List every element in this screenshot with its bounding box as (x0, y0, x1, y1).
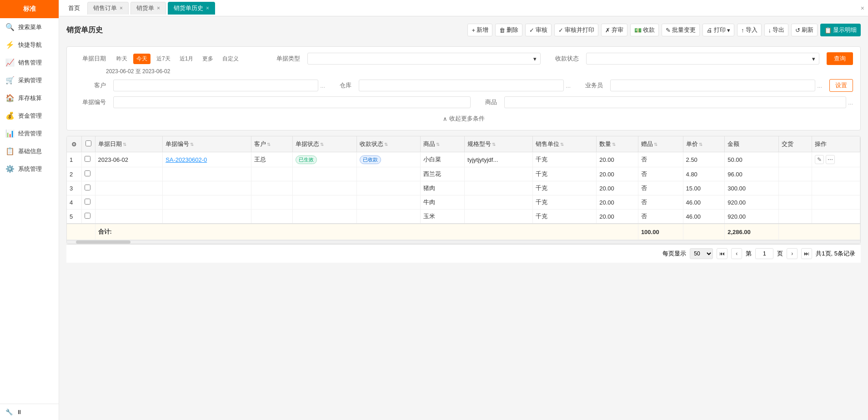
prev-page-btn[interactable]: ‹ (731, 248, 742, 259)
warehouse-dots[interactable]: ... (566, 82, 571, 89)
column-settings-icon[interactable]: ⚙ (71, 141, 77, 148)
doc-no-cell[interactable] (163, 167, 251, 181)
show-detail-button[interactable]: 📋 显示明细 (820, 24, 861, 36)
tab-sales-order[interactable]: 销售订单 × (87, 2, 129, 15)
date-btn-custom[interactable]: 自定义 (219, 54, 242, 64)
payment-status-sort-icon[interactable]: ⇅ (384, 142, 388, 147)
row-checkbox-input[interactable] (85, 213, 90, 219)
page-number-input[interactable] (755, 248, 773, 259)
print-button[interactable]: 🖨 打印 ▾ (702, 24, 734, 36)
close-all-icon[interactable]: × (861, 5, 864, 12)
th-payment-status-label: 收款状态 (360, 140, 383, 148)
sidebar-item-purchase-mgmt[interactable]: 🛒 采购管理 (0, 71, 59, 89)
gift-sort-icon[interactable]: ⇅ (654, 142, 657, 147)
first-page-btn[interactable]: ⏮ (717, 248, 728, 259)
next-page-btn[interactable]: › (787, 248, 798, 259)
sidebar-item-sales-mgmt[interactable]: 📈 销售管理 (0, 54, 59, 71)
row-checkbox-input[interactable] (85, 156, 90, 162)
batch-change-button[interactable]: ✎ 批量变更 (662, 24, 700, 36)
sidebar-item-finance[interactable]: 💰 资金管理 (0, 107, 59, 125)
row-checkbox-input[interactable] (85, 170, 90, 176)
new-icon: + (472, 27, 475, 34)
more-action-btn[interactable]: ⋯ (826, 155, 835, 164)
date-btn-7days[interactable]: 近7天 (153, 54, 174, 64)
row-checkbox[interactable] (81, 152, 95, 167)
doc-no-cell[interactable] (163, 181, 251, 195)
collect-button[interactable]: 💵 收款 (630, 24, 659, 36)
customer-sort-icon[interactable]: ⇅ (267, 142, 271, 147)
tab-sales-goods[interactable]: 销货单 × (130, 2, 166, 15)
doc-no-input[interactable] (113, 96, 471, 108)
set-button[interactable]: 设置 (829, 79, 853, 92)
sidebar-item-inventory[interactable]: 🏠 库存核算 (0, 89, 59, 107)
th-doc-date: 单据日期 ⇅ (95, 136, 163, 152)
salesperson-input[interactable] (610, 80, 815, 91)
row-checkbox[interactable] (81, 181, 95, 195)
tab-sales-history-close[interactable]: × (206, 5, 209, 11)
tab-bar-right: × (861, 5, 864, 12)
th-settings[interactable]: ⚙ (67, 136, 81, 152)
sidebar-item-quick-nav[interactable]: ⚡ 快捷导航 (0, 36, 59, 54)
row-checkbox-input[interactable] (85, 199, 90, 205)
per-page-select[interactable]: 50 100 200 (690, 248, 713, 259)
doc-type-select[interactable]: ▾ (307, 53, 541, 65)
export-button[interactable]: ↓ 导出 (764, 24, 789, 36)
row-checkbox[interactable] (81, 210, 95, 224)
audit-print-button[interactable]: ✓ 审核并打印 (554, 24, 598, 36)
delete-button[interactable]: 🗑 删除 (495, 24, 522, 36)
export-icon: ↓ (768, 27, 772, 34)
customer-dots[interactable]: ... (320, 82, 325, 89)
page-title: 销货单历史 (66, 25, 103, 35)
sidebar-item-system-mgmt[interactable]: ⚙️ 系统管理 (0, 160, 59, 178)
unit-sort-icon[interactable]: ⇅ (560, 142, 564, 147)
doc-date-sort-icon[interactable]: ⇅ (123, 142, 126, 147)
horizontal-scrollbar[interactable] (67, 240, 860, 244)
date-btn-yesterday[interactable]: 昨天 (113, 54, 130, 64)
th-checkbox[interactable] (81, 136, 95, 152)
spec-sort-icon[interactable]: ⇅ (492, 142, 496, 147)
tab-sales-goods-close[interactable]: × (157, 5, 160, 11)
doc-no-cell[interactable] (163, 195, 251, 210)
unit-price-sort-icon[interactable]: ⇅ (699, 142, 702, 147)
summary-total-qty: 100.00 (638, 224, 683, 240)
doc-status-sort-icon[interactable]: ⇅ (320, 142, 324, 147)
new-button[interactable]: + 新增 (467, 24, 492, 36)
refresh-button[interactable]: ↺ 刷新 (791, 24, 818, 36)
qty-sort-icon[interactable]: ⇅ (612, 142, 616, 147)
abandon-button[interactable]: ✗ 弃审 (601, 24, 627, 36)
warehouse-input[interactable] (359, 80, 564, 91)
tab-sales-order-close[interactable]: × (120, 5, 123, 11)
tab-sales-history[interactable]: 销货单历史 × (168, 2, 215, 15)
doc-no-cell[interactable]: SA-20230602-0 (163, 152, 251, 167)
doc-no-sort-icon[interactable]: ⇅ (190, 142, 194, 147)
row-checkbox[interactable] (81, 195, 95, 210)
sidebar-settings-btn[interactable]: 🔧 ⏸ (0, 404, 59, 420)
audit-button[interactable]: ✓ 审核 (525, 24, 552, 36)
row-checkbox-input[interactable] (85, 185, 90, 190)
sidebar-item-base-info[interactable]: 📋 基础信息 (0, 142, 59, 160)
last-page-btn[interactable]: ⏭ (801, 248, 812, 259)
doc-no-link[interactable]: SA-20230602-0 (166, 156, 207, 163)
date-btn-more[interactable]: 更多 (199, 54, 216, 64)
date-btn-1month[interactable]: 近1月 (176, 54, 197, 64)
edit-action-btn[interactable]: ✎ (815, 155, 824, 164)
doc-no-cell[interactable] (163, 210, 251, 224)
goods-dots[interactable]: ... (848, 99, 853, 106)
action-cell (812, 210, 860, 224)
import-button[interactable]: ↑ 导入 (737, 24, 762, 36)
date-btn-today[interactable]: 今天 (133, 54, 151, 64)
sidebar-item-search-menu[interactable]: 🔍 搜索菜单 (0, 18, 59, 36)
sidebar-item-operations[interactable]: 📊 经营管理 (0, 125, 59, 142)
customer-input[interactable] (113, 80, 318, 91)
goods-input[interactable] (504, 96, 847, 108)
select-all-checkbox[interactable] (85, 140, 91, 146)
query-button[interactable]: 查询 (827, 52, 853, 65)
tab-home[interactable]: 首页 (63, 2, 85, 15)
scroll-thumb[interactable] (76, 240, 130, 244)
goods-sort-icon[interactable]: ⇅ (436, 142, 440, 147)
row-checkbox[interactable] (81, 167, 95, 181)
payment-status-select[interactable]: ▾ (586, 53, 819, 65)
salesperson-dots[interactable]: ... (817, 82, 822, 89)
doc-status-cell: 已生效 (293, 152, 356, 167)
collapse-btn[interactable]: ∧ 收起更多条件 (74, 113, 853, 125)
